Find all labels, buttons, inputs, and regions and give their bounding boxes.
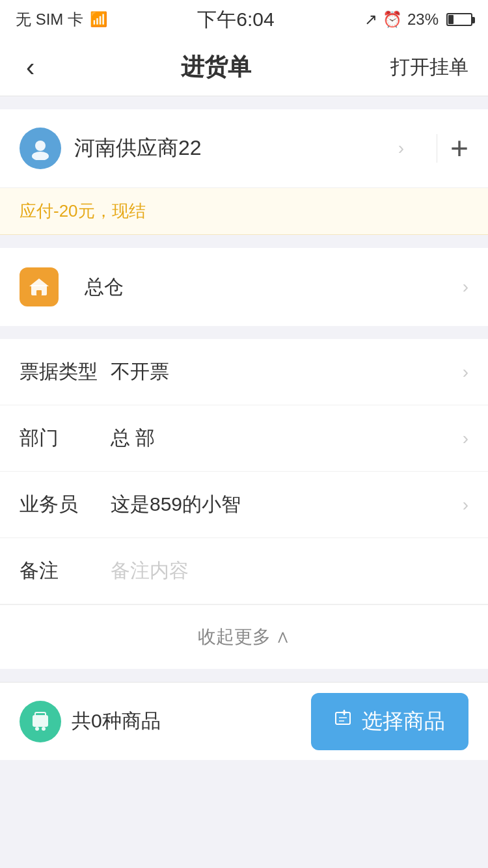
remark-value: 备注内容 [111,558,468,584]
select-product-icon [334,709,354,733]
warehouse-name: 总仓 [85,274,456,301]
warehouse-row[interactable]: 总仓 › [0,248,488,326]
product-count-text: 共0种商品 [72,708,161,735]
supplier-row[interactable]: 河南供应商22 › + [0,109,488,188]
product-count-area: 共0种商品 [20,701,311,742]
salesperson-chevron-icon: › [463,495,468,515]
status-bar: 无 SIM 卡 📶 下午6:04 ↗ ⏰ 23% [0,0,488,39]
select-product-button[interactable]: 选择商品 [311,693,468,750]
svg-rect-8 [336,712,350,724]
invoice-type-value: 不开票 [111,359,456,385]
alarm-icon: ⏰ [383,10,402,29]
background-area [0,760,488,868]
supplier-name: 河南供应商22 [74,134,398,163]
spacer-1 [0,96,488,109]
svg-point-1 [32,152,49,160]
select-product-label: 选择商品 [362,707,445,736]
svg-rect-4 [36,290,42,295]
supplier-avatar [20,128,61,169]
product-cart-icon [20,701,61,742]
nav-title: 进货单 [181,51,251,83]
svg-marker-3 [29,278,49,286]
invoice-type-row[interactable]: 票据类型 不开票 › [0,339,488,405]
location-icon: ↗ [364,10,377,29]
supplier-card: 河南供应商22 › + 应付-20元，现结 [0,109,488,235]
battery-icon [446,13,472,26]
wifi-icon: 📶 [90,11,107,28]
notice-row: 应付-20元，现结 [0,188,488,235]
form-fields-card: 票据类型 不开票 › 部门 总 部 › 业务员 这是859的小智 › 备注 备注… [0,339,488,669]
add-supplier-button[interactable]: + [450,133,468,164]
battery-label: 23% [407,10,439,29]
bottom-bar: 共0种商品 选择商品 [0,682,488,760]
collapse-button[interactable]: 收起更多 ∧ [0,604,488,669]
collapse-label: 收起更多 ∧ [198,627,291,647]
notice-text: 应付-20元，现结 [20,201,146,221]
open-pending-button[interactable]: 打开挂单 [390,54,468,81]
department-row[interactable]: 部门 总 部 › [0,405,488,472]
spacer-2 [0,235,488,248]
warehouse-chevron-icon: › [463,277,468,297]
invoice-type-label: 票据类型 [20,359,98,385]
svg-point-0 [35,141,46,151]
warehouse-icon [20,267,59,306]
salesperson-row[interactable]: 业务员 这是859的小智 › [0,472,488,538]
salesperson-label: 业务员 [20,491,98,518]
svg-rect-5 [33,715,48,727]
remark-label: 备注 [20,558,98,584]
department-label: 部门 [20,425,98,452]
salesperson-value: 这是859的小智 [111,491,456,518]
spacer-4 [0,669,488,682]
spacer-3 [0,326,488,339]
back-button[interactable]: ‹ [20,46,41,88]
department-value: 总 部 [111,425,456,452]
svg-point-6 [35,727,39,731]
warehouse-card: 总仓 › [0,248,488,326]
invoice-chevron-icon: › [463,362,468,383]
divider [437,134,437,163]
supplier-chevron-icon: › [398,138,404,159]
status-right: ↗ ⏰ 23% [364,10,472,29]
svg-point-7 [42,727,46,731]
status-time: 下午6:04 [197,7,274,33]
status-left: 无 SIM 卡 📶 [16,9,107,30]
nav-bar: ‹ 进货单 打开挂单 [0,39,488,96]
remark-row[interactable]: 备注 备注内容 [0,538,488,604]
carrier-label: 无 SIM 卡 [16,9,83,30]
department-chevron-icon: › [463,428,468,449]
